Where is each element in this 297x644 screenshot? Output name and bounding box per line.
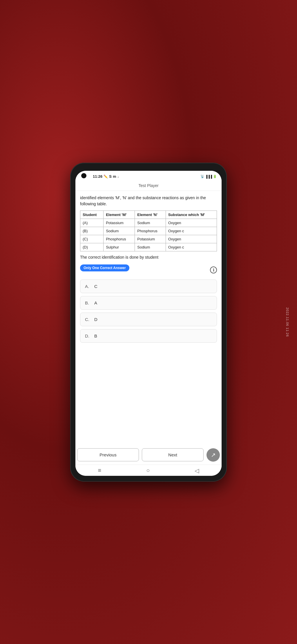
fab-button[interactable]: ↗: [207, 448, 220, 462]
col-element-m: Element 'M': [104, 211, 135, 219]
col-substance: Substance which 'M': [166, 211, 217, 219]
answer-type-badge: Only One Correct Answer: [80, 264, 129, 271]
cell-m-b: Sodium: [104, 227, 135, 235]
cell-student-a: (A): [80, 219, 104, 227]
col-element-n: Element 'N': [135, 211, 166, 219]
option-a-value: C: [94, 284, 97, 289]
battery-icon: 🔋: [213, 175, 217, 178]
system-nav: ≡ ○ ◁: [75, 465, 222, 476]
option-c[interactable]: C. D: [80, 313, 217, 326]
option-a[interactable]: A. C: [80, 280, 217, 293]
cell-m-c: Phosphorus: [104, 235, 135, 243]
previous-button[interactable]: Previous: [77, 448, 139, 461]
conclusion-text: The correct identification is done by st…: [80, 254, 217, 260]
next-button[interactable]: Next: [142, 448, 204, 461]
cell-n-d: Sodium: [135, 243, 166, 251]
status-bar: 11:26 ✏️ S m ↓ 📡 ▐▐▐ 🔋: [75, 171, 222, 181]
cell-student-d: (D): [80, 243, 104, 251]
navigation-bar: Previous Next ↗: [75, 448, 222, 465]
arrow-up-right-icon: ↗: [211, 451, 216, 458]
option-c-value: D: [94, 317, 97, 322]
cell-s-a: Oxygen: [166, 219, 217, 227]
status-time: 11:26: [93, 174, 102, 179]
cell-m-d: Sulphur: [104, 243, 135, 251]
back-icon[interactable]: ◁: [195, 467, 199, 474]
phone-device: 11:26 ✏️ S m ↓ 📡 ▐▐▐ 🔋 Test Player ident…: [70, 163, 227, 482]
content-area: identified elements 'M', 'N' and the sub…: [75, 191, 222, 448]
table-row: (C) Phosphorus Potassium Oxygen: [80, 235, 217, 243]
table-row: (B) Sodium Phosphorus Oxygen c: [80, 227, 217, 235]
table-row: (D) Sulphur Sodium Oxygen c: [80, 243, 217, 251]
home-icon[interactable]: ○: [146, 467, 150, 474]
option-d[interactable]: D. B: [80, 329, 217, 343]
cell-s-d: Oxygen c: [166, 243, 217, 251]
option-c-label: C.: [85, 317, 91, 322]
cell-n-b: Phosphorus: [135, 227, 166, 235]
cell-m-a: Potassium: [104, 219, 135, 227]
camera-hole: [81, 173, 86, 178]
answer-type-row: Only One Correct Answer ℹ: [80, 264, 217, 275]
option-b-label: B.: [85, 300, 91, 305]
s-indicator: S: [109, 174, 112, 179]
cell-student-b: (B): [80, 227, 104, 235]
menu-icon[interactable]: ≡: [98, 467, 102, 474]
app-title: Test Player: [138, 183, 158, 188]
side-date: 2022.11.06 11:26: [286, 307, 289, 337]
option-b-value: A: [94, 300, 97, 305]
option-d-value: B: [94, 333, 97, 338]
signal-icon: ▐▐▐: [205, 175, 212, 178]
wifi-icon: 📡: [200, 175, 204, 178]
app-header: Test Player: [75, 181, 222, 191]
option-a-label: A.: [85, 284, 91, 289]
info-button[interactable]: ℹ: [210, 266, 217, 273]
cell-s-c: Oxygen: [166, 235, 217, 243]
cell-student-c: (C): [80, 235, 104, 243]
option-d-label: D.: [85, 333, 91, 338]
table-row: (A) Potassium Sodium Oxygen: [80, 219, 217, 227]
m-indicator: m: [113, 174, 116, 179]
status-icons-right: 📡 ▐▐▐ 🔋: [200, 175, 217, 178]
question-text: identified elements 'M', 'N' and the sub…: [80, 195, 217, 207]
cell-s-b: Oxygen c: [166, 227, 217, 235]
cell-n-a: Sodium: [135, 219, 166, 227]
arrow-down-icon: ↓: [117, 175, 119, 178]
options-container: A. C B. A C. D D. B: [80, 280, 217, 343]
elements-table: Student Element 'M' Element 'N' Substanc…: [80, 211, 217, 251]
phone-screen: 11:26 ✏️ S m ↓ 📡 ▐▐▐ 🔋 Test Player ident…: [75, 171, 222, 476]
col-student: Student: [80, 211, 104, 219]
option-b[interactable]: B. A: [80, 296, 217, 310]
edit-icon: ✏️: [104, 175, 108, 179]
cell-n-c: Potassium: [135, 235, 166, 243]
